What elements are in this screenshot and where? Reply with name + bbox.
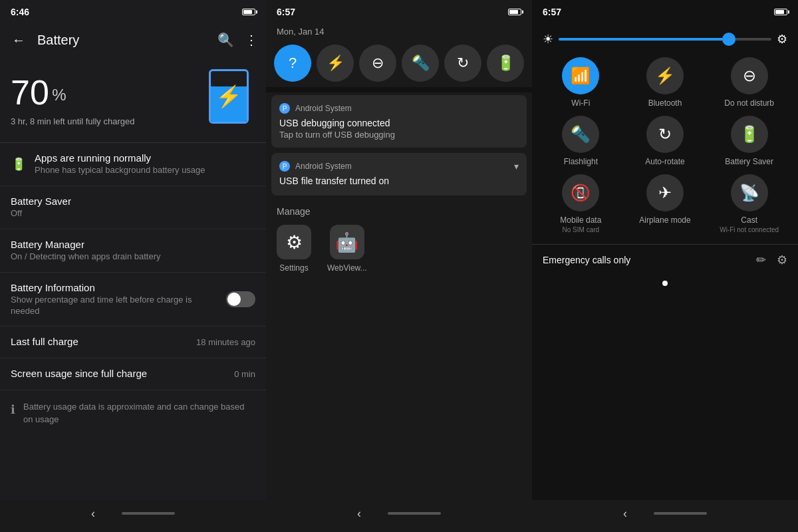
footer-note-text: Battery usage data is approximate and ca… bbox=[23, 401, 255, 425]
nav-back-btn-2[interactable]: ‹ bbox=[357, 507, 361, 521]
quick-tile-bluetooth[interactable]: ⚡ bbox=[317, 45, 354, 82]
quick-tile-autorotate[interactable]: ↻ bbox=[444, 45, 481, 82]
apps-normal-content: Apps are running normally Phone has typi… bbox=[35, 152, 255, 176]
qs-tile-autorotate[interactable]: ↻ Auto-rotate bbox=[627, 116, 704, 166]
battery-info-toggle[interactable] bbox=[226, 291, 255, 307]
battery-saver-item[interactable]: Battery Saver Off bbox=[0, 186, 266, 229]
brightness-thumb bbox=[722, 33, 735, 46]
mobile-data-qs-icon: 📵 bbox=[562, 174, 599, 211]
webview-app-icon: 🤖 bbox=[330, 225, 364, 259]
lock-dot bbox=[662, 281, 668, 286]
qs-tile-wifi[interactable]: 📶 Wi-Fi bbox=[543, 57, 619, 108]
battery-info-item[interactable]: Battery Information Show percentage and … bbox=[0, 273, 266, 327]
autorotate-qs-icon: ↻ bbox=[646, 116, 684, 153]
nav-pill-2[interactable] bbox=[388, 512, 441, 515]
battery-info-hero: 70 % 3 hr, 8 min left until fully charge… bbox=[11, 72, 134, 126]
notif-body-1: Tap to turn off USB debugging bbox=[279, 130, 519, 140]
flashlight-tile-icon: 🔦 bbox=[412, 55, 430, 72]
qs-tile-mobile-data[interactable]: 📵 Mobile data No SIM card bbox=[543, 174, 619, 233]
notif-header-2: P Android System ▾ bbox=[279, 161, 519, 172]
nav-pill-3[interactable] bbox=[654, 512, 707, 515]
notification-card-2[interactable]: P Android System ▾ USB file transfer tur… bbox=[271, 153, 527, 196]
autorotate-qs-label: Auto-rotate bbox=[645, 157, 684, 166]
bluetooth-qs-label: Bluetooth bbox=[648, 98, 682, 108]
battery-toolbar: ← Battery 🔍 ⋮ bbox=[0, 21, 266, 59]
battery-page-title: Battery bbox=[37, 33, 209, 48]
nav-back-btn-1[interactable]: ‹ bbox=[91, 507, 95, 521]
last-full-charge-content: Last full charge bbox=[11, 336, 188, 348]
battery-graphic: ⚡ bbox=[209, 69, 255, 129]
settings-app-name: Settings bbox=[279, 263, 308, 273]
battery-body-icon: ⚡ bbox=[209, 69, 249, 124]
status-bar-1: 6:46 bbox=[0, 0, 266, 21]
wifi-tile-icon: 📶 bbox=[562, 57, 599, 94]
brightness-icon: ☀ bbox=[543, 32, 553, 47]
status-time-1: 6:46 bbox=[11, 7, 29, 17]
more-button[interactable]: ⋮ bbox=[245, 32, 258, 48]
notification-card-1[interactable]: P Android System USB debugging connected… bbox=[271, 95, 527, 148]
edit-icon[interactable]: ✏ bbox=[756, 253, 766, 267]
manage-app-settings[interactable]: ⚙ Settings bbox=[277, 225, 311, 273]
quick-tiles-row: ? ⚡ ⊖ 🔦 ↻ 🔋 bbox=[266, 39, 532, 87]
battery-info-title: Battery Information bbox=[11, 282, 218, 293]
apps-normal-subtitle: Phone has typical background battery usa… bbox=[35, 165, 255, 176]
back-button[interactable]: ← bbox=[8, 29, 29, 51]
status-time-2: 6:57 bbox=[277, 7, 295, 17]
mobile-data-qs-label: Mobile data bbox=[560, 215, 601, 225]
battery-percent-value: 70 bbox=[11, 73, 49, 112]
battery-manager-item[interactable]: Battery Manager On / Detecting when apps… bbox=[0, 229, 266, 273]
qs-tile-cast[interactable]: 📡 Cast Wi-Fi not connected bbox=[711, 174, 787, 233]
status-icons-2 bbox=[508, 9, 521, 15]
flashlight-qs-icon: 🔦 bbox=[562, 116, 599, 153]
manage-app-webview[interactable]: 🤖 WebView... bbox=[327, 225, 367, 273]
last-full-charge-value: 18 minutes ago bbox=[196, 337, 255, 347]
bluetooth-qs-icon: ⚡ bbox=[646, 57, 684, 94]
notif-title-2: USB file transfer turned on bbox=[279, 176, 519, 186]
cast-qs-sublabel: Wi-Fi not connected bbox=[720, 226, 779, 233]
quick-tile-unknown[interactable]: ? bbox=[274, 45, 311, 82]
quick-tile-flashlight[interactable]: 🔦 bbox=[402, 45, 439, 82]
last-full-charge-item: Last full charge 18 minutes ago bbox=[0, 327, 266, 358]
notif-expand-icon-2[interactable]: ▾ bbox=[514, 161, 519, 172]
battery-status-icon-3 bbox=[774, 9, 787, 15]
notif-header-1: P Android System bbox=[279, 103, 519, 114]
quick-tile-battery-saver[interactable]: 🔋 bbox=[487, 45, 524, 82]
search-button[interactable]: 🔍 bbox=[217, 32, 234, 48]
brightness-track[interactable] bbox=[559, 38, 771, 41]
nav-back-btn-3[interactable]: ‹ bbox=[623, 507, 627, 521]
settings-icon[interactable]: ⚙ bbox=[777, 253, 787, 267]
battery-status-icon-2 bbox=[508, 9, 521, 15]
autorotate-tile-icon: ↻ bbox=[457, 55, 469, 72]
brightness-settings-icon[interactable]: ⚙ bbox=[777, 32, 787, 47]
battery-saver-title: Battery Saver bbox=[11, 196, 255, 207]
qs-tile-battery-saver[interactable]: 🔋 Battery Saver bbox=[711, 116, 787, 166]
last-full-charge-title: Last full charge bbox=[11, 336, 188, 347]
qs-tile-flashlight[interactable]: 🔦 Flashlight bbox=[543, 116, 619, 166]
manage-apps-row: ⚙ Settings 🤖 WebView... bbox=[277, 225, 521, 273]
battery-status-icon bbox=[242, 9, 255, 15]
nav-bar-2: ‹ bbox=[266, 500, 532, 532]
battery-percentage-display: 70 % bbox=[11, 72, 134, 112]
battery-settings-panel: 6:46 ← Battery 🔍 ⋮ 70 % 3 hr, 8 min left… bbox=[0, 0, 266, 532]
status-icons-3 bbox=[774, 9, 787, 15]
quick-tile-dnd[interactable]: ⊖ bbox=[359, 45, 396, 82]
notifications-panel: 6:57 Mon, Jan 14 ? ⚡ ⊖ 🔦 ↻ 🔋 P Android S… bbox=[266, 0, 532, 532]
airplane-qs-label: Airplane mode bbox=[639, 215, 690, 225]
brightness-fill bbox=[559, 38, 729, 41]
qs-tile-bluetooth[interactable]: ⚡ Bluetooth bbox=[627, 57, 704, 108]
screen-usage-item: Screen usage since full charge 0 min bbox=[0, 358, 266, 390]
emergency-bar: Emergency calls only ✏ ⚙ bbox=[532, 244, 798, 275]
qs-tile-airplane[interactable]: ✈ Airplane mode bbox=[627, 174, 704, 233]
manage-title: Manage bbox=[277, 206, 521, 217]
nav-pill-1[interactable] bbox=[122, 512, 175, 515]
dnd-qs-label: Do not disturb bbox=[724, 98, 774, 108]
qs-tile-dnd[interactable]: ⊖ Do not disturb bbox=[711, 57, 787, 108]
battery-info-toggle-container bbox=[226, 291, 255, 307]
battery-time-left: 3 hr, 8 min left until fully charged bbox=[11, 116, 134, 126]
apps-normal-item[interactable]: 🔋 Apps are running normally Phone has ty… bbox=[0, 143, 266, 186]
nav-bar-1: ‹ bbox=[0, 500, 266, 532]
toolbar-icons: 🔍 ⋮ bbox=[217, 32, 258, 48]
battery-hero: 70 % 3 hr, 8 min left until fully charge… bbox=[0, 59, 266, 143]
airplane-qs-icon: ✈ bbox=[646, 174, 684, 211]
battery-info-content: Battery Information Show percentage and … bbox=[11, 282, 218, 317]
